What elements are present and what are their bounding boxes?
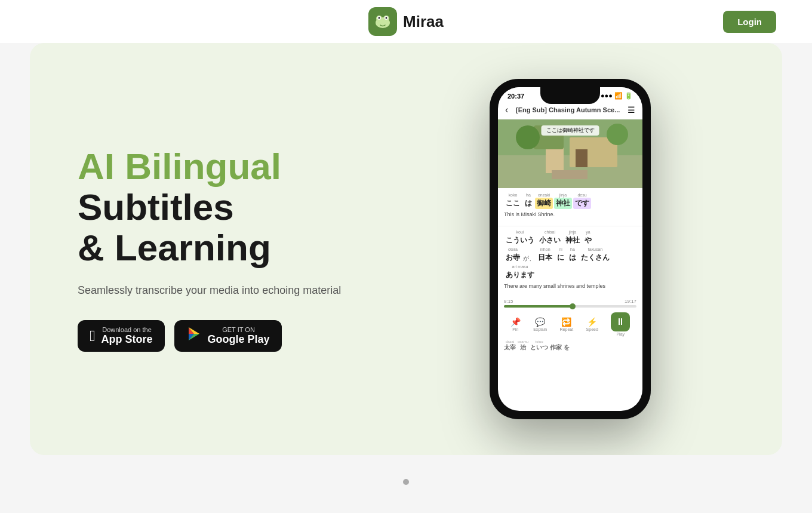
play-control[interactable]: ⏸ Play [611, 312, 630, 336]
eng-line-1: This is Misaki Shrine. [504, 211, 636, 217]
googleplay-sub: GET IT ON [208, 326, 270, 333]
appstore-main: App Store [102, 333, 153, 346]
play-button[interactable]: ⏸ [611, 312, 630, 331]
pin-icon: 📌 [510, 317, 521, 327]
repeat-label: Repeat [560, 327, 574, 331]
playback-controls: 📌 Pin 💬 Explain 🔁 Repeat ⚡ Speed [498, 310, 642, 339]
jp-word-ya: ya や [583, 230, 593, 246]
store-buttons:  Download on the App Store [78, 320, 406, 352]
hero-title: AI Bilingual Subtitles & Learning [78, 146, 406, 269]
b-word-wo: を [564, 340, 570, 352]
svg-point-17 [516, 125, 540, 149]
subtitle-section-2: koui こういう chisai 小さい jinja 神社 ya [498, 226, 642, 296]
jp-word-kouiu: koui こういう [504, 230, 536, 246]
hero-section: AI Bilingual Subtitles & Learning Seamle… [30, 43, 782, 455]
jp-word-jinja: jinja 神社 [554, 193, 572, 209]
login-button[interactable]: Login [723, 11, 776, 33]
b-word-osamu: osamu 治 [518, 340, 528, 352]
play-icon: ⏸ [616, 317, 625, 327]
progress-thumb [570, 303, 576, 309]
play-label: Play [616, 332, 625, 336]
svg-point-5 [379, 17, 380, 19]
googleplay-text: GET IT ON Google Play [208, 326, 270, 346]
scroll-indicator [403, 479, 409, 485]
appstore-text: Download on the App Store [102, 326, 153, 346]
jp-word-desu: desu です [573, 193, 591, 209]
jp-line-2: koui こういう chisai 小さい jinja 神社 ya [504, 230, 636, 246]
hero-left: AI Bilingual Subtitles & Learning Seamle… [78, 146, 406, 352]
phone-notch [540, 87, 600, 104]
explain-icon: 💬 [535, 317, 545, 327]
logo-area: Miraa [368, 7, 444, 36]
explain-control[interactable]: 💬 Explain [533, 317, 547, 331]
repeat-control[interactable]: 🔁 Repeat [560, 317, 574, 331]
progress-fill [504, 305, 573, 308]
jp-line-4: ari masu あります [504, 265, 636, 281]
time-end: 19:17 [625, 299, 636, 304]
phone-screen: 20:37 ●●● 📶 🔋 ‹ [Eng Sub] Chasing Autumn… [498, 87, 642, 411]
logo-icon [368, 7, 397, 36]
explain-label: Explain [533, 327, 547, 331]
speed-control[interactable]: ⚡ Speed [586, 317, 598, 331]
subtitle-section-1: koko ここ ha は onzaki 御崎 jinja [498, 188, 642, 226]
jp-word-koko: koko ここ [504, 193, 522, 209]
svg-point-6 [386, 17, 387, 19]
appstore-button[interactable]:  Download on the App Store [78, 320, 165, 352]
hero-subtitle: Seamlessly transcribe your media into ec… [78, 282, 406, 299]
repeat-icon: 🔁 [561, 317, 571, 327]
b-word-sakka: 作家 [550, 340, 562, 352]
jp-line-3: otera お寺 が、 nihon 日本 ni に [504, 247, 636, 263]
b-word-toiuu: toiuu といつ [530, 340, 548, 352]
menu-icon[interactable]: ☰ [628, 105, 635, 115]
logo-text: Miraa [403, 13, 444, 31]
bottom-words: dazai 太宰 osamu 治 toiuu といつ 作家 [498, 339, 642, 353]
hero-right: 20:37 ●●● 📶 🔋 ‹ [Eng Sub] Chasing Autumn… [406, 79, 734, 419]
phone-mockup: 20:37 ●●● 📶 🔋 ‹ [Eng Sub] Chasing Autumn… [490, 79, 651, 419]
jp-word-onzaki: onzaki 御崎 [535, 193, 553, 209]
jp-word-jinja2: jinja 神社 [564, 230, 582, 246]
b-word-dazai: dazai 太宰 [504, 340, 516, 352]
phone-time: 20:37 [508, 93, 524, 100]
speed-icon: ⚡ [587, 317, 597, 327]
googleplay-button[interactable]: GET IT ON Google Play [174, 320, 282, 352]
jp-word-ha: ha は [523, 193, 534, 209]
title-subtitles: Subtitles [78, 186, 234, 228]
jp-line-1: koko ここ ha は onzaki 御崎 jinja [504, 193, 636, 209]
googleplay-main: Google Play [208, 333, 270, 346]
svg-rect-16 [576, 149, 588, 167]
phone-nav: ‹ [Eng Sub] Chasing Autumn Sce... ☰ [498, 102, 642, 119]
header: Miraa Login [0, 0, 812, 43]
video-overlay-text: ここは御崎神社です [542, 125, 599, 136]
speed-label: Speed [586, 327, 598, 331]
phone-video: ここは御崎神社です [498, 119, 642, 188]
phone-icons: ●●● 📶 🔋 [601, 92, 633, 100]
googleplay-icon [186, 326, 202, 346]
below-hero [0, 455, 812, 509]
eng-line-2: There are many small shrines and temples [504, 283, 636, 289]
jp-word-chisai: chisai 小さい [537, 230, 562, 246]
progress-track[interactable] [504, 305, 636, 308]
title-learning: & Learning [78, 227, 271, 268]
phone-nav-title: [Eng Sub] Chasing Autumn Sce... [508, 106, 628, 113]
pin-label: Pin [512, 327, 518, 331]
progress-bar[interactable]: 8:15 19:17 [498, 296, 642, 310]
title-ai-bilingual: AI Bilingual [78, 146, 281, 187]
svg-rect-19 [552, 170, 588, 179]
progress-time: 8:15 19:17 [504, 299, 636, 304]
svg-point-18 [607, 124, 628, 145]
pin-control[interactable]: 📌 Pin [510, 317, 521, 331]
apple-icon:  [90, 327, 96, 345]
appstore-sub: Download on the [102, 326, 153, 333]
time-start: 8:15 [504, 299, 513, 304]
